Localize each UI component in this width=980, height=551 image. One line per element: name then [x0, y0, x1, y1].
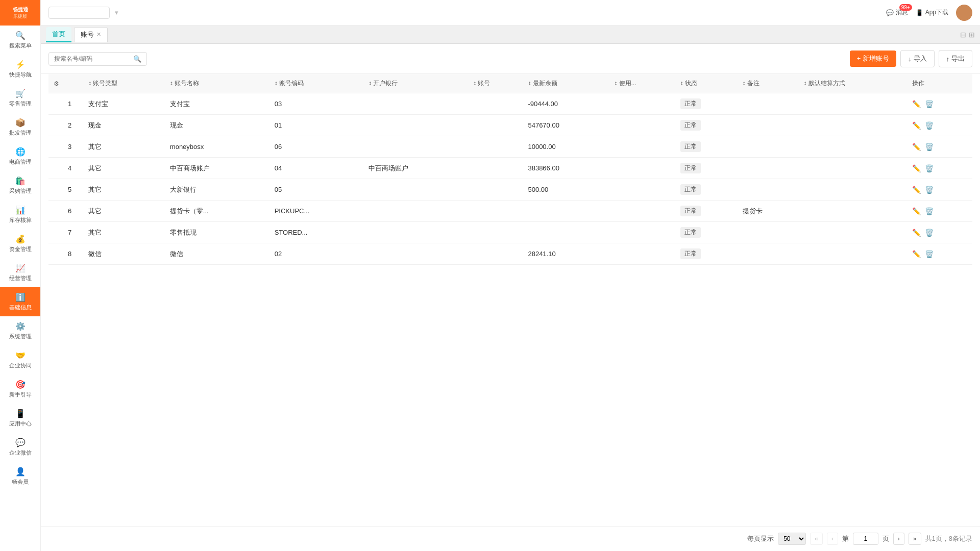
pagination: 每页显示 50 20 100 « ‹ 第 页 › » 共1页，8条记录: [41, 526, 980, 551]
th-settings[interactable]: ⚙: [48, 74, 64, 93]
sidebar-item-search[interactable]: 🔍搜索菜单: [0, 26, 40, 55]
sidebar-item-inventory[interactable]: 📊库存核算: [0, 200, 40, 229]
th-code[interactable]: ↕ 账号编码: [271, 74, 364, 93]
sidebar-item-basic[interactable]: ℹ️基础信息: [0, 287, 40, 316]
add-account-button[interactable]: + 新增账号: [850, 51, 896, 67]
th-name[interactable]: ↕ 账号名称: [166, 74, 271, 93]
prev-page-button[interactable]: ‹: [827, 533, 838, 545]
cell-settings-0: [48, 93, 64, 115]
sidebar-item-wecom[interactable]: 💬企业微信: [0, 433, 40, 462]
user-avatar[interactable]: [956, 5, 972, 21]
th-type[interactable]: ↕ 账号类型: [84, 74, 166, 93]
logo: 畅捷通 乐捷版: [0, 0, 40, 26]
delete-button-6[interactable]: 🗑️: [925, 229, 934, 237]
edit-button-1[interactable]: ✏️: [912, 121, 921, 130]
sidebar-item-agreement[interactable]: 🤝企业协同: [0, 345, 40, 374]
page-size-select[interactable]: 50 20 100: [778, 533, 806, 545]
delete-button-1[interactable]: 🗑️: [925, 121, 934, 130]
export-button[interactable]: ↑ 导出: [939, 50, 973, 67]
cell-code-2: 06: [271, 136, 364, 158]
sidebar-item-shortcut[interactable]: ⚡快捷导航: [0, 55, 40, 84]
cell-name-2: moneybosx: [166, 136, 271, 158]
table-row: 6 其它 提货卡（零... PICKUPC... 正常 提货卡 ✏️ 🗑️: [48, 201, 972, 222]
last-page-button[interactable]: »: [909, 533, 921, 545]
th-account[interactable]: ↕ 账号: [469, 74, 524, 93]
tab-minimize-icon[interactable]: ⊟: [960, 31, 966, 39]
messages-button[interactable]: 💬 消息 99+: [886, 8, 908, 17]
tab-close-icon[interactable]: ✕: [96, 31, 101, 38]
sidebar-item-guide[interactable]: 🎯新手引导: [0, 374, 40, 404]
sidebar-label-agreement: 企业协同: [9, 362, 32, 369]
edit-button-7[interactable]: ✏️: [912, 250, 921, 258]
page-number-input[interactable]: [853, 533, 878, 545]
sidebar-label-member: 畅会员: [12, 478, 29, 486]
sidebar-item-operations[interactable]: 📈经营管理: [0, 258, 40, 287]
action-btns-0: ✏️ 🗑️: [912, 100, 968, 108]
edit-button-4[interactable]: ✏️: [912, 186, 921, 194]
app-download-button[interactable]: 📱 App下载: [916, 8, 948, 17]
sidebar-item-member[interactable]: 👤畅会员: [0, 462, 40, 491]
next-page-button[interactable]: ›: [893, 533, 904, 545]
delete-button-5[interactable]: 🗑️: [925, 207, 934, 215]
cell-status-5: 正常: [676, 201, 739, 222]
cell-status-6: 正常: [676, 222, 739, 243]
cell-usage-2: [610, 136, 676, 158]
status-badge-5: 正常: [680, 206, 701, 216]
th-bank[interactable]: ↕ 开户银行: [364, 74, 469, 93]
cell-remark-1: [739, 115, 800, 136]
sidebar-label-shortcut: 快捷导航: [9, 71, 32, 79]
sidebar-item-system[interactable]: ⚙️系统管理: [0, 316, 40, 345]
top-search-input[interactable]: [48, 7, 110, 19]
sidebar-item-finance[interactable]: 💰资金管理: [0, 229, 40, 258]
edit-button-6[interactable]: ✏️: [912, 229, 921, 237]
cell-name-6: 零售抵现: [166, 222, 271, 243]
sidebar-item-appcenter[interactable]: 📱应用中心: [0, 404, 40, 433]
page-size-label: 每页显示: [747, 534, 774, 543]
status-badge-4: 正常: [680, 184, 701, 195]
first-page-button[interactable]: «: [810, 533, 823, 545]
delete-button-7[interactable]: 🗑️: [925, 250, 934, 258]
status-badge-6: 正常: [680, 227, 701, 238]
search-icon[interactable]: 🔍: [133, 55, 141, 63]
import-button[interactable]: ↓ 导入: [900, 50, 935, 67]
cell-code-5: PICKUPC...: [271, 201, 364, 222]
sidebar-item-ecommerce[interactable]: 🌐电商管理: [0, 142, 40, 171]
edit-button-0[interactable]: ✏️: [912, 100, 921, 108]
tab-account[interactable]: 账号 ✕: [74, 27, 108, 42]
table-row: 3 其它 moneybosx 06 10000.00 正常 ✏️ 🗑️: [48, 136, 972, 158]
sidebar-label-search: 搜索菜单: [9, 42, 32, 49]
delete-button-2[interactable]: 🗑️: [925, 143, 934, 151]
th-default-payment[interactable]: ↕ 默认结算方式: [799, 74, 908, 93]
th-balance[interactable]: ↕ 最新余额: [524, 74, 610, 93]
cell-usage-4: [610, 179, 676, 201]
sidebar-item-wholesale[interactable]: 📦批发管理: [0, 113, 40, 142]
tab-expand-icon[interactable]: ⊞: [969, 31, 975, 39]
cell-status-7: 正常: [676, 243, 739, 265]
edit-button-3[interactable]: ✏️: [912, 164, 921, 172]
cell-default-payment-2: [799, 136, 908, 158]
delete-button-3[interactable]: 🗑️: [925, 164, 934, 172]
delete-button-4[interactable]: 🗑️: [925, 186, 934, 194]
cell-usage-0: [610, 93, 676, 115]
th-remark[interactable]: ↕ 备注: [739, 74, 800, 93]
sidebar-item-retail[interactable]: 🛒零售管理: [0, 84, 40, 113]
cell-index-0: 1: [64, 93, 84, 115]
sidebar-item-purchase[interactable]: 🛍️采购管理: [0, 171, 40, 200]
cell-code-3: 04: [271, 158, 364, 179]
dropdown-icon[interactable]: ▾: [115, 9, 118, 16]
cell-status-0: 正常: [676, 93, 739, 115]
delete-button-0[interactable]: 🗑️: [925, 100, 934, 108]
edit-button-2[interactable]: ✏️: [912, 143, 921, 151]
accounts-table: ⚙ ↕ 账号类型 ↕ 账号名称 ↕ 账号编码 ↕ 开户银行 ↕ 账号 ↕ 最新余…: [48, 74, 972, 265]
search-input[interactable]: [54, 55, 131, 62]
cell-type-3: 其它: [84, 158, 166, 179]
edit-button-5[interactable]: ✏️: [912, 207, 921, 215]
main-container: ▾ 💬 消息 99+ 📱 App下载 首页 账号 ✕ ⊟ ⊞: [41, 0, 980, 551]
action-btns-6: ✏️ 🗑️: [912, 229, 968, 237]
retail-icon: 🛒: [15, 89, 26, 98]
th-usage[interactable]: ↕ 使用...: [610, 74, 676, 93]
tab-home[interactable]: 首页: [46, 27, 71, 42]
chat-icon: 💬: [886, 9, 894, 16]
cell-type-1: 现金: [84, 115, 166, 136]
th-status[interactable]: ↕ 状态: [676, 74, 739, 93]
